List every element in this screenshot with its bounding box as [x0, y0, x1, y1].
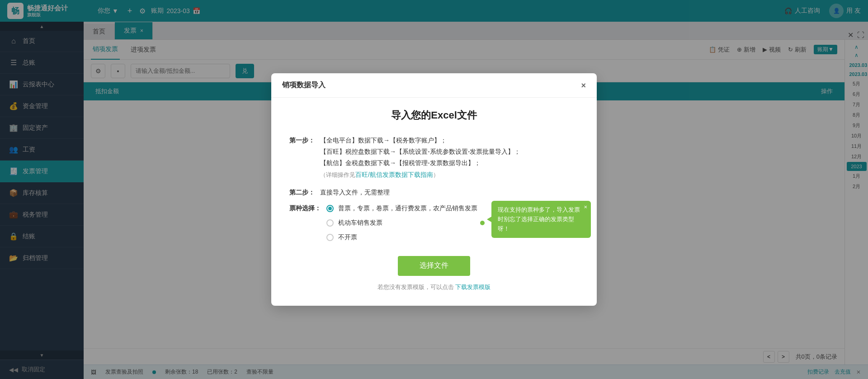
tooltip-text: 现在支持的票种多了，导入发票时别忘了选择正确的发票类型呀！ — [498, 206, 580, 232]
modal-overlay[interactable]: 销项数据导入 × 导入您的Excel文件 第一步： 【全电平台】数据下载→【税务… — [0, 0, 868, 379]
step2-label: 第二步： — [289, 187, 315, 198]
radio-group: 普票，专票，卷票，通行费发票，农产品销售发票 机动车销售发票 × 现在支持的票种… — [326, 204, 477, 242]
import-modal: 销项数据导入 × 导入您的Excel文件 第一步： 【全电平台】数据下载→【税务… — [271, 73, 597, 306]
step2-text: 直接导入文件，无需整理 — [320, 189, 390, 196]
radio-circle-0 — [326, 205, 334, 212]
step1-label: 第一步： — [289, 135, 315, 180]
step2-content: 直接导入文件，无需整理 — [320, 187, 579, 198]
ticket-select-row: 票种选择： 普票，专票，卷票，通行费发票，农产品销售发票 机动车销售发票 — [289, 204, 579, 242]
radio-option-2[interactable]: 不开票 — [326, 233, 477, 242]
step1-line-1: 【百旺】税控盘数据下载→【系统设置-系统参数设置-发票批量导入】； — [320, 146, 579, 157]
radio-circle-1 — [326, 219, 334, 227]
modal-title: 销项数据导入 — [282, 81, 326, 90]
radio-option-1[interactable]: 机动车销售发票 × 现在支持的票种多了，导入发票时别忘了选择正确的发票类型呀！ — [326, 219, 477, 227]
modal-close-button[interactable]: × — [581, 81, 586, 90]
radio-circle-2 — [326, 234, 334, 241]
step1-line-2: 【航信】金税盘数据下载→【报税管理-发票数据导出】； — [320, 157, 579, 169]
modal-header: 销项数据导入 × — [271, 73, 597, 98]
radio-option-0[interactable]: 普票，专票，卷票，通行费发票，农产品销售发票 — [326, 204, 477, 213]
select-file-button[interactable]: 选择文件 — [398, 256, 470, 276]
step1-row: 第一步： 【全电平台】数据下载→【税务数字账户】； 【百旺】税控盘数据下载→【系… — [289, 135, 579, 180]
step1-content: 【全电平台】数据下载→【税务数字账户】； 【百旺】税控盘数据下载→【系统设置-系… — [320, 135, 579, 180]
radio-label-2: 不开票 — [338, 233, 357, 242]
modal-big-title: 导入您的Excel文件 — [289, 109, 579, 122]
radio-inner-0 — [328, 207, 332, 210]
step1-line-0: 【全电平台】数据下载→【税务数字账户】； — [320, 135, 579, 146]
tooltip-close-btn[interactable]: × — [584, 203, 587, 212]
download-guide-link[interactable]: 百旺/航信发票数据下载指南 — [355, 171, 433, 178]
ticket-select-label: 票种选择： — [289, 204, 321, 213]
tooltip-dot — [480, 221, 485, 225]
tooltip-arrow — [487, 217, 491, 222]
modal-footer: 若您没有发票模版，可以点击 下载发票模版 — [289, 283, 579, 291]
radio-label-1: 机动车销售发票 — [338, 219, 382, 227]
footer-text: 若您没有发票模版，可以点击 — [377, 284, 454, 290]
step1-link-line: （详细操作见百旺/航信发票数据下载指南） — [320, 169, 579, 180]
radio-label-0: 普票，专票，卷票，通行费发票，农产品销售发票 — [338, 204, 477, 213]
step2-row: 第二步： 直接导入文件，无需整理 — [289, 187, 579, 198]
download-template-link[interactable]: 下载发票模版 — [455, 284, 491, 290]
tooltip-bubble: × 现在支持的票种多了，导入发票时别忘了选择正确的发票类型呀！ — [491, 201, 591, 238]
select-file-wrapper: 选择文件 — [289, 256, 579, 276]
modal-body: 导入您的Excel文件 第一步： 【全电平台】数据下载→【税务数字账户】； 【百… — [271, 98, 597, 306]
